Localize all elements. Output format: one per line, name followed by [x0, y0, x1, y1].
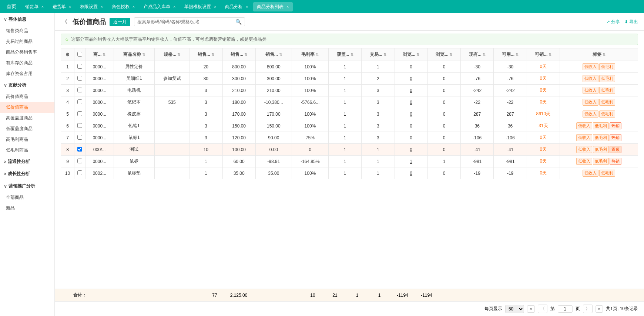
row-checkbox[interactable]	[77, 99, 82, 104]
col-sellable[interactable]: 可销...⇅	[527, 48, 560, 61]
row-checkbox[interactable]	[77, 170, 82, 175]
row-browse1[interactable]: 0	[395, 132, 427, 144]
row-checkbox-cell[interactable]	[74, 85, 85, 96]
sidebar-section-overall[interactable]: ∨ 整体信息	[0, 13, 54, 26]
col-spec[interactable]: 规格...⇅	[155, 48, 189, 61]
sidebar-collapse-button[interactable]: 《	[61, 17, 69, 27]
sidebar-section-marketing[interactable]: ∨ 营销推广分析	[0, 180, 54, 192]
time-filter-button[interactable]: 近一月	[110, 18, 130, 26]
row-checkbox-cell[interactable]	[74, 73, 85, 85]
row-browse1[interactable]: 0	[395, 120, 427, 132]
row-browse1[interactable]: 0	[395, 108, 427, 120]
row-checkbox-cell[interactable]	[74, 132, 85, 144]
nav-home[interactable]: 首页	[3, 2, 20, 11]
sidebar-item-all-products[interactable]: 全部商品	[0, 192, 54, 203]
sidebar-section-contribution[interactable]: ∨ 贡献分析	[0, 79, 54, 91]
col-checkbox[interactable]	[74, 48, 85, 61]
export-button[interactable]: ⬇ 导出	[624, 19, 638, 25]
row-name: 橡皮擦	[114, 108, 155, 120]
col-current[interactable]: 现有...⇅	[461, 48, 494, 61]
prev-page-button[interactable]: 〈	[538, 305, 547, 313]
last-page-button[interactable]: »	[596, 305, 603, 313]
row-checkbox-cell[interactable]	[74, 144, 85, 156]
row-browse1[interactable]: 0	[395, 167, 427, 179]
row-checkbox[interactable]	[77, 88, 82, 92]
nav-sales-order[interactable]: 销货单 ×	[21, 2, 47, 11]
col-available[interactable]: 可用...⇅	[494, 48, 527, 61]
sidebar-section-growth[interactable]: > 成长性分析	[0, 168, 54, 180]
row-current: 287	[461, 108, 494, 120]
col-sales2[interactable]: 销售...⇅	[255, 48, 292, 61]
row-checkbox-cell[interactable]	[74, 167, 85, 179]
row-checkbox[interactable]	[77, 111, 82, 116]
row-checkbox-cell[interactable]	[74, 61, 85, 73]
page-number-input[interactable]	[558, 305, 573, 313]
sidebar-item-sales-products[interactable]: 销售类商品	[0, 26, 54, 36]
select-all-checkbox[interactable]	[77, 52, 82, 57]
nav-template-settings[interactable]: 单据模板设置 ×	[181, 2, 220, 11]
sidebar-item-stock-products[interactable]: 有库存的商品	[0, 58, 54, 68]
row-browse1[interactable]: 0	[395, 73, 427, 85]
row-tags: 低收入低毛利	[560, 167, 638, 179]
col-qty[interactable]: 销售...⇅	[189, 48, 222, 61]
sidebar-item-stock-value[interactable]: 库存资金占用	[0, 68, 54, 79]
per-page-select[interactable]: 50 100	[505, 305, 524, 313]
search-input[interactable]	[137, 19, 234, 24]
nav-product-analysis-list[interactable]: 商品分析列表 ×	[253, 2, 292, 11]
row-current: -106	[461, 132, 494, 144]
row-checkbox-cell[interactable]	[74, 156, 85, 167]
share-button[interactable]: ↗ 分享	[606, 19, 620, 25]
row-checkbox[interactable]	[77, 135, 82, 140]
row-current: -981	[461, 156, 494, 167]
header-actions: ↗ 分享 ⬇ 导出	[606, 19, 638, 25]
sidebar-section-liquidity[interactable]: > 流通性分析	[0, 156, 54, 168]
row-checkbox[interactable]	[77, 159, 82, 163]
sidebar-item-high-margin[interactable]: 高毛利商品	[0, 134, 54, 145]
col-browse1[interactable]: 浏览...⇅	[395, 48, 427, 61]
row-checkbox[interactable]	[77, 64, 82, 69]
row-browse1[interactable]: 1	[395, 156, 427, 167]
col-name[interactable]: 商品名称⇅	[114, 48, 155, 61]
sidebar-item-high-coverage[interactable]: 高覆盖度商品	[0, 113, 54, 123]
row-browse2: 1	[427, 156, 460, 167]
row-index: 7	[61, 132, 74, 144]
nav-product-analysis[interactable]: 商品分析 ×	[221, 2, 252, 11]
nav-product-storage[interactable]: 产成品入库单 ×	[140, 2, 179, 11]
col-trade[interactable]: 交易...⇅	[362, 48, 395, 61]
col-sales1[interactable]: 销售...⇅	[222, 48, 255, 61]
row-browse1[interactable]: 0	[395, 96, 427, 108]
col-cover[interactable]: 覆盖...⇅	[328, 48, 361, 61]
first-page-button[interactable]: «	[527, 305, 535, 313]
sidebar-item-category-sales-rate[interactable]: 商品分类销售率	[0, 47, 54, 58]
sidebar-item-high-value[interactable]: 高价值商品	[0, 91, 54, 102]
row-checkbox[interactable]	[77, 147, 82, 152]
row-checkbox[interactable]	[77, 123, 82, 128]
sidebar-item-low-margin[interactable]: 低毛利商品	[0, 145, 54, 156]
totals-browse2: 1	[368, 293, 390, 298]
row-browse1[interactable]: 0	[395, 85, 427, 96]
col-margin[interactable]: 毛利率⇅	[292, 48, 328, 61]
row-browse1[interactable]: 0	[395, 61, 427, 73]
main-content: 《 低价值商品 近一月 🔍 ↗ 分享 ⬇ 导出 ☆ 这部分商品的销售收入大幅	[55, 13, 644, 316]
nav-purchase-order[interactable]: 进货单 ×	[49, 2, 75, 11]
sidebar-item-low-coverage[interactable]: 低覆盖度商品	[0, 123, 54, 134]
search-icon[interactable]: 🔍	[235, 19, 242, 25]
chevron-right-icon: >	[4, 171, 6, 177]
row-browse1[interactable]: 0	[395, 144, 427, 156]
nav-permission-settings[interactable]: 权限设置 ×	[76, 2, 107, 11]
search-box: 🔍	[134, 17, 245, 26]
col-browse2[interactable]: 浏览...⇅	[427, 48, 460, 61]
col-code[interactable]: 商...⇅	[85, 48, 114, 61]
row-qty: 3	[189, 132, 222, 144]
row-checkbox-cell[interactable]	[74, 96, 85, 108]
sidebar-item-new-products[interactable]: 新品	[0, 203, 54, 214]
row-checkbox-cell[interactable]	[74, 120, 85, 132]
nav-role-auth[interactable]: 角色授权 ×	[108, 2, 138, 11]
sidebar-item-low-value[interactable]: 低价值商品	[0, 102, 54, 113]
col-settings[interactable]: ⚙	[61, 48, 74, 61]
col-tags[interactable]: 标签⇅	[560, 48, 638, 61]
row-checkbox[interactable]	[77, 76, 82, 81]
next-page-button[interactable]: 〉	[583, 305, 593, 313]
row-checkbox-cell[interactable]	[74, 108, 85, 120]
sidebar-item-traded-products[interactable]: 交易过的商品	[0, 36, 54, 47]
